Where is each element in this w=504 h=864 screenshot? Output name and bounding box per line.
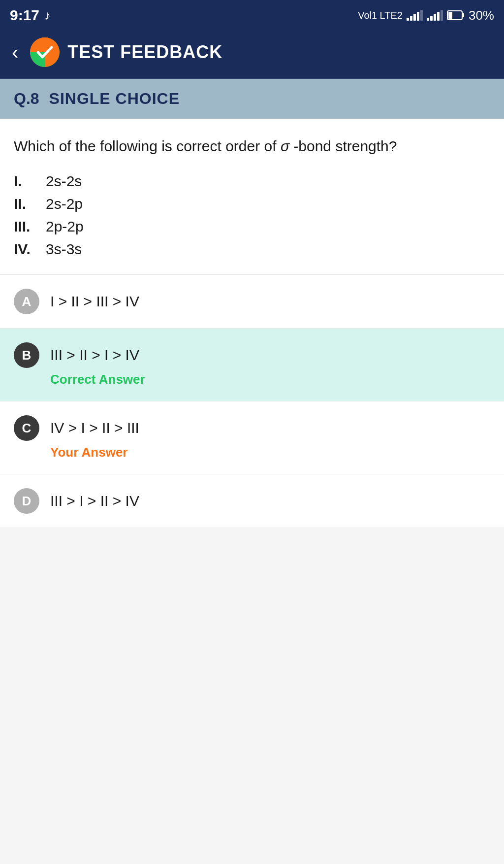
bar3 — [413, 14, 416, 21]
bar5b — [441, 10, 443, 21]
option-d-text: III > I > II > IV — [50, 493, 139, 509]
status-right: Vol1 LTE2 30% — [358, 8, 494, 23]
option-a[interactable]: A I > II > III > IV — [0, 275, 504, 329]
svg-rect-2 — [448, 12, 452, 19]
question-header: Q.8 SINGLE CHOICE — [0, 79, 504, 119]
option-b[interactable]: B III > II > I > IV Correct Answer — [0, 329, 504, 401]
app-header: ‹ TEST FEEDBACK — [0, 29, 504, 79]
item-2-text: 2s-2p — [46, 196, 83, 212]
status-left: 9:17 ♪ — [10, 7, 51, 24]
option-c-label: C — [22, 421, 32, 436]
option-a-row: A I > II > III > IV — [14, 289, 490, 314]
roman-1: I. — [14, 173, 41, 190]
option-b-label: B — [22, 348, 32, 363]
bar4b — [437, 12, 440, 21]
svg-rect-1 — [462, 13, 464, 17]
option-a-badge: A — [14, 289, 39, 314]
item-1-text: 2s-2s — [46, 173, 82, 190]
option-a-label: A — [22, 294, 32, 309]
back-button[interactable]: ‹ — [8, 42, 22, 62]
signal-bars-2 — [427, 10, 443, 21]
option-c-row: C IV > I > II > III — [14, 415, 490, 441]
battery-percent: 30% — [469, 8, 494, 23]
item-3-text: 2p-2p — [46, 218, 84, 235]
option-a-text: I > II > III > IV — [50, 293, 139, 310]
your-answer-label: Your Answer — [14, 445, 490, 460]
question-text: Which of the following is correct order … — [14, 134, 490, 158]
status-bar: 9:17 ♪ Vol1 LTE2 30% — [0, 0, 504, 29]
battery-icon — [447, 10, 465, 21]
option-b-row: B III > II > I > IV — [14, 342, 490, 368]
option-d-row: D III > I > II > IV — [14, 488, 490, 514]
bar2 — [410, 16, 412, 21]
list-item-4: IV. 3s-3s — [14, 238, 490, 261]
logo-icon — [30, 37, 60, 67]
option-d-label: D — [22, 494, 32, 509]
bar1b — [427, 18, 429, 21]
status-time: 9:17 — [10, 7, 39, 24]
correct-answer-label: Correct Answer — [14, 372, 490, 387]
question-body: Which of the following is correct order … — [0, 119, 504, 275]
option-c[interactable]: C IV > I > II > III Your Answer — [0, 401, 504, 474]
bar1 — [407, 18, 409, 21]
item-4-text: 3s-3s — [46, 241, 82, 258]
bar3b — [434, 14, 436, 21]
option-d[interactable]: D III > I > II > IV — [0, 474, 504, 528]
roman-3: III. — [14, 218, 41, 235]
app-logo — [30, 37, 60, 67]
bar5 — [420, 10, 423, 21]
signal-bars-1 — [407, 10, 423, 21]
roman-2: II. — [14, 196, 41, 212]
option-c-badge: C — [14, 415, 39, 441]
roman-4: IV. — [14, 241, 41, 258]
question-list: I. 2s-2s II. 2s-2p III. 2p-2p IV. 3s-3s — [14, 170, 490, 261]
list-item-3: III. 2p-2p — [14, 215, 490, 238]
question-type: SINGLE CHOICE — [49, 90, 180, 108]
option-b-text: III > II > I > IV — [50, 347, 139, 364]
bar4 — [417, 12, 419, 21]
question-number: Q.8 — [14, 90, 39, 108]
tiktok-icon: ♪ — [44, 8, 51, 23]
option-d-badge: D — [14, 488, 39, 514]
header-title: TEST FEEDBACK — [67, 42, 222, 63]
option-c-text: IV > I > II > III — [50, 420, 139, 436]
options-container: A I > II > III > IV B III > II > I > IV … — [0, 275, 504, 528]
sigma-symbol: σ — [281, 138, 289, 154]
list-item-1: I. 2s-2s — [14, 170, 490, 193]
list-item-2: II. 2s-2p — [14, 193, 490, 215]
lte-label: Vol1 LTE2 — [358, 10, 403, 21]
option-b-badge: B — [14, 342, 39, 368]
bar2b — [430, 16, 433, 21]
